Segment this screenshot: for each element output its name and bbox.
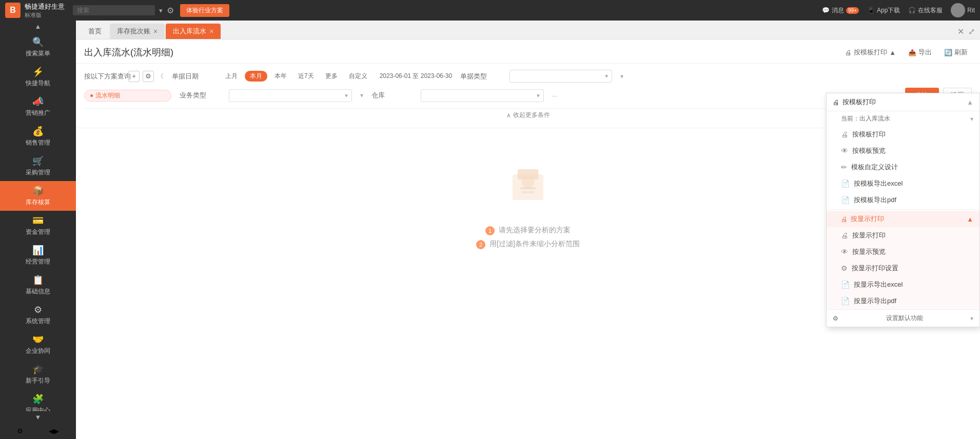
sidebar-item-search[interactable]: 🔍 搜索菜单 (0, 32, 76, 62)
window-close-icon[interactable]: ✕ (957, 27, 964, 36)
topbar: B 畅捷通好生意 标准版 ▾ ⚙ 体验行业方案 💬 消息 99+ 📱 App下载… (0, 0, 980, 21)
filter-date-label: 单据日期 (172, 72, 213, 81)
sidebar-settings-icon[interactable]: ⚙ (17, 427, 23, 435)
dropdown-header: 🖨 按模板打印 ▲ (827, 93, 979, 111)
page-header: 出入库流水(流水明细) 🖨 按模板打印 ▲ 📤 导出 🔄 刷新 (76, 39, 980, 64)
dropdown-collapse-icon[interactable]: ▲ (967, 98, 973, 106)
dropdown-display-title: 🖨 按显示打印 (841, 214, 884, 224)
date-btn-custom[interactable]: 自定义 (345, 71, 371, 82)
export-btn[interactable]: 📤 导出 (904, 46, 936, 59)
online-service-btn[interactable]: 🎧 在线客服 (908, 6, 943, 15)
headset-icon: 🎧 (908, 7, 916, 14)
marketing-icon: 📣 (32, 96, 44, 107)
system-icon: ⚙ (34, 304, 42, 315)
filter-warehouse-wrapper[interactable] (421, 89, 544, 102)
date-btn-last-month[interactable]: 上月 (221, 71, 242, 82)
message-btn[interactable]: 💬 消息 99+ (822, 6, 859, 15)
trial-button[interactable]: 体验行业方案 (180, 4, 229, 17)
svg-rect-3 (520, 187, 536, 189)
sidebar-item-marketing[interactable]: 📣 营销推广 (0, 92, 76, 122)
filter-warehouse-select[interactable] (421, 89, 544, 102)
filter-add-btn[interactable]: + (128, 71, 140, 82)
sidebar-item-business[interactable]: 📊 经营管理 (0, 241, 76, 270)
app-logo: B (5, 3, 21, 18)
filter-business-type-select[interactable] (229, 89, 352, 102)
sidebar-item-sales[interactable]: 💰 销售管理 (0, 122, 76, 151)
filter-date-controls: 上月 本月 本年 近7天 更多 自定义 (221, 71, 371, 82)
collapse-arrow-icon: ∧ (506, 112, 511, 119)
date-btn-7days[interactable]: 近7天 (294, 71, 318, 82)
dropdown-item-template-pdf[interactable]: 📄 按模板导出pdf (827, 192, 979, 208)
dropdown-item-display-print[interactable]: 🖨 按显示打印 (827, 227, 979, 244)
tab-inventory-batch-close[interactable]: × (153, 27, 158, 35)
refresh-btn[interactable]: 🔄 刷新 (940, 46, 972, 59)
topbar-gear-icon[interactable]: ⚙ (167, 6, 174, 15)
filter-business-type-wrapper[interactable] (229, 89, 352, 102)
user-avatar[interactable]: Rit (951, 3, 975, 17)
sidebar-collapse-icon[interactable]: ◀▶ (49, 427, 59, 435)
current-arrow-icon: ▾ (970, 115, 973, 123)
dropdown-item-display-preview[interactable]: 👁 按显示预览 (827, 244, 979, 260)
filter-row-1: 按以下方案查询 + ⚙ 《 单据日期 上月 本月 本年 近7天 更多 自定义 (84, 70, 972, 83)
display-collapse-icon[interactable]: ▲ (967, 215, 973, 223)
tab-inventory-flow-close[interactable]: × (209, 27, 213, 35)
sidebar-item-guide[interactable]: 🎓 新手引导 (0, 360, 76, 389)
window-maximize-icon[interactable]: ⤢ (968, 27, 975, 36)
template-pdf-icon: 📄 (841, 196, 850, 204)
dropdown-display-header[interactable]: 🖨 按显示打印 ▲ (827, 211, 979, 227)
dropdown-footer[interactable]: ⚙ 设置默认功能 ▾ (827, 309, 979, 327)
type-dropdown-arrow[interactable]: ▾ (620, 73, 623, 80)
tab-inventory-batch[interactable]: 库存批次账 × (110, 24, 165, 39)
sidebar-item-purchase[interactable]: 🛒 采购管理 (0, 151, 76, 181)
basic-icon: 📋 (32, 274, 44, 286)
enterprise-icon: 🤝 (32, 334, 44, 345)
template-print-icon: 🖨 (841, 130, 848, 138)
tab-inventory-flow[interactable]: 出入库流水 × (166, 24, 221, 39)
sidebar-bottom: ⚙ ◀▶ (0, 423, 76, 439)
sidebar-scroll-up[interactable]: ▲ (0, 21, 76, 32)
app-download-btn[interactable]: 📱 App下载 (867, 6, 900, 15)
print-template-btn[interactable]: 🖨 按模板打印 ▲ (841, 46, 900, 59)
date-btn-this-month[interactable]: 本月 (245, 71, 267, 82)
page-actions: 🖨 按模板打印 ▲ 📤 导出 🔄 刷新 (841, 46, 972, 59)
sidebar-item-enterprise[interactable]: 🤝 企业协同 (0, 330, 76, 360)
search-chevron-icon[interactable]: ▾ (159, 7, 163, 14)
tab-window-controls: ✕ ⤢ (957, 27, 975, 36)
dropdown-item-display-pdf[interactable]: 📄 按显示导出pdf (827, 293, 979, 309)
dropdown-item-template-custom[interactable]: ✏ 模板自定义设计 (827, 159, 979, 175)
filter-tag-flow: ● 流水明细 (84, 90, 171, 102)
sidebar-scroll-down[interactable]: ▼ (0, 411, 76, 423)
sidebar-item-finance[interactable]: 💳 资金管理 (0, 211, 76, 241)
dropdown-item-template-print[interactable]: 🖨 按模板打印 (827, 126, 979, 143)
filter-type-select-wrapper[interactable] (509, 70, 612, 83)
quick-nav-icon: ⚡ (32, 66, 44, 77)
export-icon: 📤 (908, 49, 916, 56)
dropdown-current: 当前：出入库流水 ▾ (827, 111, 979, 126)
filter-type-select[interactable] (509, 70, 612, 83)
sidebar-item-system[interactable]: ⚙ 系统管理 (0, 300, 76, 330)
sidebar-item-quick-nav[interactable]: ⚡ 快捷导航 (0, 62, 76, 92)
sidebar-item-inventory[interactable]: 📦 库存核算 (0, 181, 76, 211)
date-btn-more[interactable]: 更多 (321, 71, 342, 82)
tab-home[interactable]: 首页 (81, 24, 109, 39)
dropdown-item-display-excel[interactable]: 📄 按显示导出excel (827, 276, 979, 293)
filter-settings-icon[interactable]: ⚙ (143, 71, 154, 82)
collapse-more-btn[interactable]: ∧ 收起更多条件 (506, 111, 550, 119)
footer-arrow-icon: ▾ (970, 315, 973, 322)
message-badge: 99+ (846, 7, 859, 14)
sidebar-item-basic[interactable]: 📋 基础信息 (0, 270, 76, 300)
business-dropdown-arrow[interactable]: ▾ (360, 92, 363, 99)
print-icon: 🖨 (845, 49, 852, 56)
template-custom-icon: ✏ (841, 163, 847, 171)
dropdown-item-display-settings[interactable]: ⚙ 按显示打印设置 (827, 260, 979, 276)
filter-collapse-icon[interactable]: 《 (157, 72, 164, 81)
sidebar-item-appstore[interactable]: 🧩 应用中心 (0, 389, 76, 411)
date-range: 2023-06-01 至 2023-06-30 (380, 72, 452, 81)
search-input[interactable] (73, 5, 155, 15)
print-header-icon: 🖨 (833, 98, 839, 106)
dropdown-item-template-excel[interactable]: 📄 按模板导出excel (827, 175, 979, 192)
brand-name: 畅捷通好生意 (25, 2, 65, 11)
warehouse-more-icon[interactable]: ··· (552, 92, 558, 99)
date-btn-this-year[interactable]: 本年 (270, 71, 291, 82)
dropdown-item-template-preview[interactable]: 👁 按模板预览 (827, 143, 979, 159)
